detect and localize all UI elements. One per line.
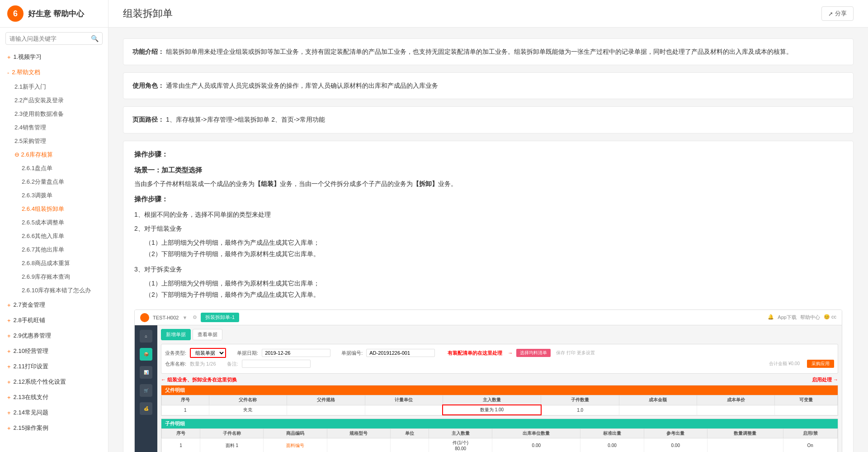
share-button[interactable]: ➚ 分享 bbox=[821, 6, 854, 21]
ss-th-unit-cost: 成本单价 bbox=[697, 395, 774, 405]
ss-td-unit-cost bbox=[697, 405, 774, 415]
ss-form-area: 业务类型: 组装单据 拆卸单据 单据日期: 单据编号: bbox=[161, 344, 838, 374]
ss-th-cost: 成本金额 bbox=[619, 395, 697, 405]
ss-main-btn[interactable]: 拆装拆卸单-1 bbox=[201, 313, 239, 322]
sidebar-item-payment[interactable]: + 2.13在线支付 bbox=[0, 390, 108, 405]
step2-2: （2）下部明细为子件明细，最终作为原材料生成其它出库单。 bbox=[134, 248, 842, 260]
share-label: 分享 bbox=[835, 10, 847, 18]
sidebar-item-2-6-6[interactable]: 2.6.6其他入库单 bbox=[0, 229, 108, 243]
ss-th2-adj: 数量调整量 bbox=[707, 429, 783, 438]
sidebar-item-2-6-3[interactable]: 2.6.3调拨单 bbox=[0, 189, 108, 202]
ss-tab-new[interactable]: 新增单据 bbox=[161, 329, 191, 340]
expand-icon: + bbox=[7, 333, 11, 339]
sidebar-item-2-6-5[interactable]: 2.6.5成本调整单 bbox=[0, 216, 108, 229]
ss-content: ⌂ 📦 📊 🛒 💰 新增单据 查看单据 bbox=[135, 325, 842, 452]
sidebar-item-2-6-9[interactable]: 2.6.9库存账本查询 bbox=[0, 270, 108, 284]
ss-bell-icon: 🔔 bbox=[768, 314, 774, 321]
sidebar-item-2-6-4[interactable]: 2.6.4组装拆卸单 bbox=[0, 202, 108, 216]
step3-2: （2）下部明细为子件明细，最终作为产成品生成其它入库单。 bbox=[134, 289, 842, 300]
expand-icon: + bbox=[7, 317, 11, 324]
sidebar-item-label: 1.视频学习 bbox=[14, 53, 42, 61]
ss-td-cost bbox=[619, 405, 697, 415]
ss-th-spec: 父件规格 bbox=[287, 395, 365, 405]
sidebar-item-personalize[interactable]: + 2.12系统个性化设置 bbox=[0, 374, 108, 390]
sidebar-item-video[interactable]: + 1.视频学习 bbox=[0, 49, 108, 65]
ss-th2-name: 子件名称 bbox=[200, 429, 264, 438]
sidebar: 6 好生意 帮助中心 🔍 + 1.视频学习 - 2.帮助文档 2.1新手入门 2… bbox=[0, 0, 108, 452]
sidebar-item-2-6-10[interactable]: 2.6.10库存账本错了怎么办 bbox=[0, 284, 108, 297]
ss-remark-input[interactable] bbox=[242, 360, 311, 368]
ss-num-input[interactable] bbox=[366, 349, 435, 357]
sidebar-item-help-docs[interactable]: - 2.帮助文档 bbox=[0, 65, 108, 80]
ss-remark-label: 备注: bbox=[227, 361, 238, 367]
ss-th2-seq: 序号 bbox=[162, 429, 200, 438]
search-input[interactable] bbox=[9, 35, 91, 42]
sidebar-item-inventory[interactable]: ⊖ 2.6库存核算 bbox=[0, 148, 108, 162]
sidebar-item-finance[interactable]: + 2.7资金管理 bbox=[0, 297, 108, 313]
ss-td2-adj-1 bbox=[707, 438, 783, 452]
annotation-bom: 有装配清单的在这里处理 bbox=[448, 350, 502, 357]
ss-nav-home: ⌂ bbox=[140, 330, 152, 343]
ss-td-variable bbox=[775, 405, 838, 415]
sidebar-item-sales[interactable]: 2.4销售管理 bbox=[0, 121, 108, 134]
sidebar-item-cases[interactable]: + 2.15操作案例 bbox=[0, 420, 108, 436]
ss-bom-btn[interactable]: 选择均料清单 bbox=[516, 349, 551, 357]
sidebar-item-label: 2.9优惠券管理 bbox=[14, 332, 51, 340]
op-steps-sub-label: 操作步骤： bbox=[134, 195, 842, 204]
sidebar-item-newbie[interactable]: 2.1新手入门 bbox=[0, 80, 108, 94]
ss-th2-code: 商品编码 bbox=[264, 429, 327, 438]
ss-icon-group: 🔔 App下载 帮助中心 😊 cc bbox=[768, 314, 836, 321]
ss-td2-code-1: 面料编号 bbox=[264, 438, 327, 452]
ss-td-name: 夹克 bbox=[209, 405, 287, 415]
ss-confirm-btn[interactable]: 采购应用 bbox=[807, 360, 834, 368]
sidebar-item-prepare[interactable]: 2.3使用前数据准备 bbox=[0, 107, 108, 121]
func-intro-label: 功能介绍： bbox=[132, 48, 164, 55]
sidebar-item-2-6-7[interactable]: 2.6.7其他出库单 bbox=[0, 243, 108, 257]
ss-date-input[interactable] bbox=[262, 349, 330, 357]
expand-icon: + bbox=[7, 54, 11, 61]
sidebar-item-2-6-2[interactable]: 2.6.2分量盘点单 bbox=[0, 175, 108, 189]
expand-icon: + bbox=[7, 363, 11, 370]
ss-td2-qty-1: 件(1/个)80.00 bbox=[429, 438, 492, 452]
ss-td2-outqty-1: 0.00 bbox=[492, 438, 580, 452]
content-area: 功能介绍： 组装拆卸单用来处理企业组装或拆卸等加工业务，支持有固定装配清单的产品… bbox=[108, 28, 868, 452]
sidebar-item-2-6-1[interactable]: 2.6.1盘点单 bbox=[0, 162, 108, 175]
ss-logo-icon bbox=[140, 313, 149, 322]
search-box[interactable]: 🔍 bbox=[5, 32, 103, 45]
search-icon[interactable]: 🔍 bbox=[91, 35, 99, 42]
expand-icon: + bbox=[7, 379, 11, 385]
sidebar-item-coupon[interactable]: + 2.9优惠券管理 bbox=[0, 328, 108, 343]
sidebar-item-purchase[interactable]: 2.5采购管理 bbox=[0, 134, 108, 148]
step2: 2、对于组装业务 bbox=[134, 223, 842, 234]
sidebar-item-operation[interactable]: + 2.10经营管理 bbox=[0, 343, 108, 359]
ss-nav-sales: 📊 bbox=[140, 366, 152, 379]
ss-biz-type-select[interactable]: 组装单据 拆卸单据 bbox=[190, 348, 226, 358]
path-label: 页面路径： bbox=[132, 116, 164, 123]
sidebar-item-print[interactable]: + 2.11打印设置 bbox=[0, 359, 108, 374]
screenshot-inner: TEST-H002 ▼ ⚙ 拆装拆卸单-1 🔔 App下载 帮助中心 😊 cc bbox=[135, 310, 842, 452]
expand-icon: + bbox=[7, 394, 11, 401]
steps-block: 操作步骤： 场景一：加工类型选择 当由多个子件材料组装成一个成品的业务为【组装】… bbox=[123, 141, 854, 452]
role-text: 通常由生产人员或库管人员完成拆装业务的操作，库管人员确认原材料的出库和产成品的入… bbox=[166, 82, 438, 89]
ss-lower-table-header: 子件明细 bbox=[161, 419, 838, 428]
app-title: 好生意 帮助中心 bbox=[28, 9, 84, 19]
ss-dropdown-icon: ▼ bbox=[182, 315, 187, 320]
main-header: 组装拆卸单 ➚ 分享 bbox=[108, 0, 868, 28]
ss-store-label: 仓库名称: bbox=[165, 361, 186, 367]
sidebar-item-label: 2.7资金管理 bbox=[14, 301, 45, 309]
page-title: 组装拆卸单 bbox=[123, 7, 173, 20]
sidebar-item-mobile[interactable]: + 2.8手机旺铺 bbox=[0, 313, 108, 328]
ss-tab-view[interactable]: 查看单据 bbox=[193, 329, 222, 340]
step3-1: （1）上部明细为父件明细，最终作为原材料生成其它出库单； bbox=[134, 278, 842, 289]
path-block: 页面路径： 1、库存核算->库存管理->组装拆卸单 2、首页->常用功能 bbox=[123, 106, 854, 133]
ss-th-qty: 主入数量 bbox=[443, 395, 541, 405]
scenario1-label: 场景一：加工类型选择 bbox=[134, 166, 842, 175]
ss-nav-inventory: 📦 bbox=[140, 348, 152, 361]
screenshot-container: TEST-H002 ▼ ⚙ 拆装拆卸单-1 🔔 App下载 帮助中心 😊 cc bbox=[134, 309, 842, 452]
sidebar-item-2-6-8[interactable]: 2.6.8商品成本重算 bbox=[0, 257, 108, 270]
main-area: 组装拆卸单 ➚ 分享 功能介绍： 组装拆卸单用来处理企业组装或拆卸等加工业务，支… bbox=[108, 0, 868, 452]
sidebar-item-faq[interactable]: + 2.14常见问题 bbox=[0, 405, 108, 420]
sidebar-item-install[interactable]: 2.2产品安装及登录 bbox=[0, 94, 108, 107]
ss-form-row-store: 仓库名称: 数量为 1/26 备注: 合计金额 ¥0.00 采购应用 bbox=[165, 360, 834, 368]
ss-th-seq: 序号 bbox=[162, 395, 209, 405]
